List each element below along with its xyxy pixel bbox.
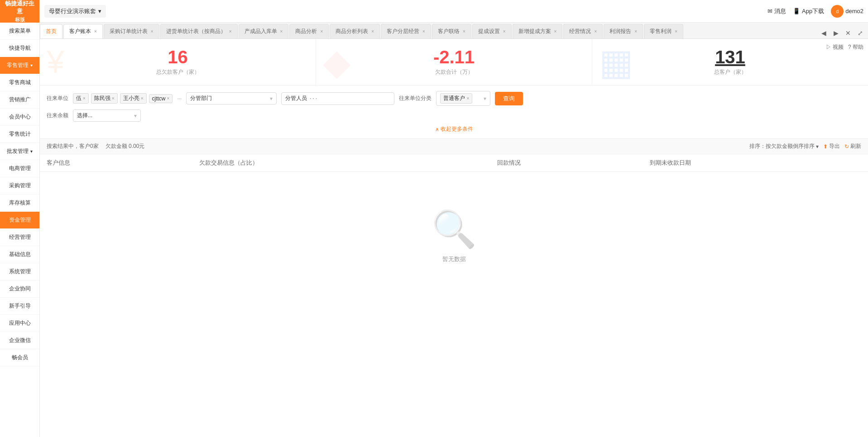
sidebar-item-零售商城[interactable]: 零售商城 (0, 74, 39, 91)
tag-close-icon[interactable]: × (141, 96, 144, 101)
tab-10[interactable]: 新增提成方案× (513, 24, 563, 38)
table-header-到期未收款日期: 到期未收款日期 (643, 154, 868, 172)
tab-5[interactable]: 商品分析× (289, 24, 329, 38)
tab-label: 采购订单统计表 (110, 28, 148, 35)
amount-label: 欠款金额 0.00元 (106, 142, 145, 150)
refresh-btn[interactable]: ↻ 刷新 (844, 142, 861, 150)
sidebar-item-畅会员[interactable]: 畅会员 (0, 349, 39, 366)
content-area: ¥ 16 总欠款客户（家） ◆ -2.11 欠款合计（万） ▦ 131 总客户（… (40, 39, 868, 437)
person-select[interactable]: 分管人员 ··· (281, 92, 394, 105)
tab-prev-btn[interactable]: ◀ (818, 28, 829, 38)
tab-close-icon[interactable]: × (675, 29, 677, 34)
sort-select[interactable]: 排序：按欠款金额倒序排序 ▾ (749, 142, 819, 150)
sidebar-item-采购管理[interactable]: 采购管理 (0, 177, 39, 195)
sidebar-item-新手引导[interactable]: 新手引导 (0, 298, 39, 315)
tab-label: 商品分析 (295, 28, 317, 35)
tab-2[interactable]: 采购订单统计表× (104, 24, 159, 38)
tab-13[interactable]: 零售利润× (644, 24, 683, 38)
tab-close-icon[interactable]: × (634, 29, 637, 34)
tab-6[interactable]: 商品分析列表× (330, 24, 380, 38)
balance-select[interactable]: 选择... ▾ (73, 109, 141, 122)
sidebar-item-搜索菜单[interactable]: 搜索菜单 (0, 23, 39, 40)
tab-label: 首页 (46, 28, 57, 35)
tab-7[interactable]: 客户分层经营× (381, 24, 431, 38)
tab-next-btn[interactable]: ▶ (830, 28, 841, 38)
tab-close-icon[interactable]: × (280, 29, 283, 34)
sidebar-item-企业协同[interactable]: 企业协同 (0, 280, 39, 298)
classify-select[interactable]: 普通客户× ▾ (436, 91, 490, 106)
tag-close-icon[interactable]: × (466, 96, 469, 101)
tab-close-icon[interactable]: × (463, 29, 465, 34)
help-btn[interactable]: ? 帮助 (848, 43, 863, 51)
collapse-row: ∧ 收起更多条件 (47, 125, 861, 133)
tab-label: 商品分析列表 (336, 28, 368, 35)
sidebar-item-系统管理[interactable]: 系统管理 (0, 263, 39, 280)
app-download-btn[interactable]: 📱 App下载 (793, 7, 824, 15)
sidebar-item-资金管理[interactable]: 资金管理 (0, 212, 39, 229)
filter-tag: cjttcw× (149, 94, 173, 103)
tab-close-icon[interactable]: × (94, 29, 97, 34)
sidebar-item-电商管理[interactable]: 电商管理 (0, 160, 39, 177)
empty-icon: 🔍 (432, 208, 477, 251)
message-label: 消息 (774, 7, 786, 15)
sidebar: 畅捷通好生意 标版 搜索菜单快捷导航零售管理 ▾零售商城营销推广会员中心零售统计… (0, 0, 40, 437)
tag-close-icon[interactable]: × (167, 96, 170, 101)
sidebar-item-应用中心[interactable]: 应用中心 (0, 315, 39, 332)
sidebar-item-企业微信[interactable]: 企业微信 (0, 332, 39, 349)
export-label: 导出 (829, 142, 840, 150)
tab-close-icon[interactable]: × (422, 29, 425, 34)
result-actions: 排序：按欠款金额倒序排序 ▾ ⬆ 导出 ↻ 刷新 (749, 142, 861, 150)
sidebar-item-库存核算[interactable]: 库存核算 (0, 195, 39, 212)
more-tags-btn[interactable]: ··· (177, 95, 182, 102)
sidebar-item-批发管理[interactable]: 批发管理 ▾ (0, 143, 39, 160)
sidebar-item-基础信息[interactable]: 基础信息 (0, 246, 39, 263)
main-area: 母婴行业演示账套 ▾ ✉ 消息 📱 App下载 d demo2 首页客户账本×采… (40, 0, 868, 437)
data-table: 客户信息欠款交易信息（占比）回款情况到期未收款日期 (40, 154, 868, 172)
filter-tag: 王小亮× (120, 93, 147, 104)
tab-12[interactable]: 利润报告× (604, 24, 643, 38)
sidebar-item-快捷导航[interactable]: 快捷导航 (0, 40, 39, 57)
stat-value-customers: 16 (168, 48, 188, 66)
video-btn[interactable]: ▷ 视频 (826, 43, 844, 51)
sidebar-item-营销推广[interactable]: 营销推广 (0, 91, 39, 109)
tab-label: 利润报告 (609, 28, 631, 35)
tab-9[interactable]: 提成设置× (472, 24, 512, 38)
query-button[interactable]: 查询 (495, 92, 523, 105)
tab-close-icon[interactable]: × (151, 29, 153, 34)
dept-select[interactable]: 分管部门 ▾ (186, 92, 277, 104)
tab-close-icon[interactable]: × (554, 29, 557, 34)
tab-expand-btn[interactable]: ⤢ (855, 28, 866, 38)
sidebar-item-会员中心[interactable]: 会员中心 (0, 109, 39, 126)
tab-8[interactable]: 客户联络× (432, 24, 471, 38)
message-icon: ✉ (767, 8, 772, 14)
tab-close-all-btn[interactable]: ✕ (843, 28, 854, 38)
tab-label: 客户联络 (438, 28, 460, 35)
collapse-btn[interactable]: ∧ 收起更多条件 (47, 125, 861, 133)
tag-close-icon[interactable]: × (112, 96, 115, 101)
export-btn[interactable]: ⬆ 导出 (823, 142, 840, 150)
message-btn[interactable]: ✉ 消息 (767, 7, 786, 15)
tab-1[interactable]: 客户账本× (63, 24, 103, 38)
tab-close-icon[interactable]: × (229, 29, 232, 34)
tab-close-icon[interactable]: × (320, 29, 323, 34)
tab-label: 零售利润 (650, 28, 671, 35)
stat-label-total: 总客户（家） (714, 68, 747, 76)
sidebar-item-零售统计[interactable]: 零售统计 (0, 126, 39, 143)
tab-4[interactable]: 产成品入库单× (239, 24, 289, 38)
tab-close-icon[interactable]: × (594, 29, 597, 34)
tab-close-icon[interactable]: × (503, 29, 506, 34)
result-bar: 搜索结果中，客户0家 欠款金额 0.00元 排序：按欠款金额倒序排序 ▾ ⬆ 导… (40, 139, 868, 154)
sidebar-item-零售管理[interactable]: 零售管理 ▾ (0, 57, 39, 74)
user-menu[interactable]: d demo2 (831, 5, 863, 18)
tab-3[interactable]: 进货单统计表（按商品）× (160, 24, 238, 38)
person-dots[interactable]: ··· (309, 95, 318, 103)
tab-11[interactable]: 经营情况× (563, 24, 603, 38)
tag-close-icon[interactable]: × (83, 96, 86, 101)
tab-close-icon[interactable]: × (371, 29, 374, 34)
sidebar-item-经营管理[interactable]: 经营管理 (0, 229, 39, 246)
industry-select[interactable]: 母婴行业演示账套 ▾ (44, 5, 106, 18)
tab-0[interactable]: 首页 (40, 24, 62, 38)
sort-label: 排序：按欠款金额倒序排序 (749, 142, 815, 150)
collapse-label: 收起更多条件 (441, 125, 473, 133)
chevron-up-icon: ∧ (435, 126, 439, 133)
